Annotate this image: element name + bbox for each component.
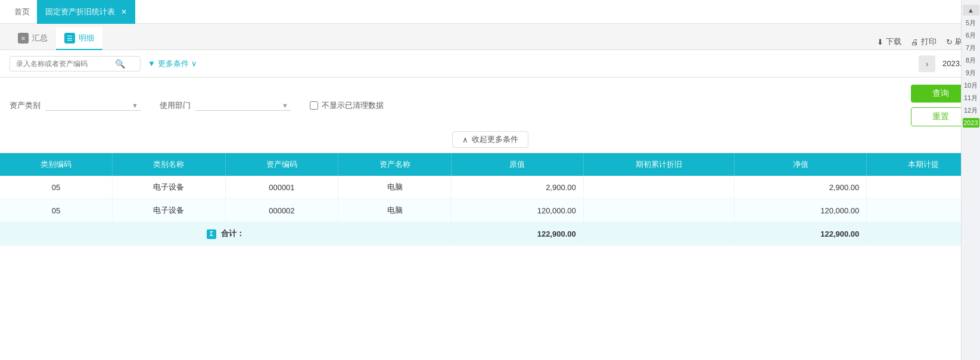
collapse-label: 收起更多条件 [472, 134, 518, 145]
cell-category-code: 05 [0, 176, 112, 199]
table-header-row: 类别编码 类别名称 资产编码 资产名称 原值 期初累计折旧 净值 本期计提 [0, 153, 980, 176]
asset-category-label: 资产类别 [10, 100, 41, 111]
asset-category-field: 资产类别 ▼ [10, 100, 141, 111]
print-button[interactable]: 🖨 打印 [911, 36, 937, 47]
month-item[interactable]: 8月 [963, 54, 979, 67]
cell-original-value: 120,000.00 [451, 199, 583, 222]
summary-tab-icon: ≡ [18, 33, 29, 44]
cell-asset-name: 电脑 [338, 176, 452, 199]
table-row: 05 电子设备 000001 电脑 2,900.00 2,900.00 [0, 176, 980, 199]
tab-summary[interactable]: ≡ 汇总 [10, 27, 56, 50]
month-item[interactable]: 11月 [963, 92, 979, 104]
more-filters-label: 更多条件 [158, 58, 189, 69]
total-accumulated-depreciation [583, 222, 735, 246]
nav-tab-close-icon[interactable]: ✕ [121, 8, 127, 16]
total-net-value: 122,900.00 [735, 222, 867, 246]
th-category-code: 类别编码 [0, 153, 112, 176]
month-item[interactable]: 10月 [963, 79, 979, 92]
nav-home[interactable]: 首页 [10, 7, 35, 17]
table-total-row: Σ 合计： 122,900.00 122,900.00 [0, 222, 980, 246]
more-filters-button[interactable]: ▼ 更多条件 ∨ [148, 58, 197, 69]
cell-asset-name: 电脑 [338, 199, 452, 222]
detail-tab-label: 明细 [79, 33, 94, 44]
cell-category-name: 电子设备 [112, 176, 225, 199]
print-label: 打印 [921, 36, 937, 47]
month-item[interactable]: 9月 [963, 67, 979, 79]
download-label: 下载 [886, 36, 901, 47]
panel-toggle-button[interactable]: › [919, 55, 935, 72]
cell-accumulated-depreciation [583, 176, 735, 199]
scroll-up-button[interactable]: ▲ [963, 5, 979, 15]
use-department-select[interactable]: ▼ [195, 101, 291, 111]
total-label-cell: Σ 合计： [0, 222, 451, 246]
th-asset-name: 资产名称 [338, 153, 452, 176]
collapse-bar: ∧ 收起更多条件 [10, 131, 970, 148]
right-side-panel: ▲ 5月6月7月8月9月10月11月12月 2023 [961, 0, 980, 360]
hide-cleared-checkbox[interactable] [310, 101, 318, 110]
chevron-right-icon: › [926, 59, 929, 69]
filter-bar: 🔍 ▼ 更多条件 ∨ › 2023.01 [0, 50, 980, 77]
month-item[interactable]: 12月 [963, 104, 979, 117]
tab-actions: ⬇ 下载 🖨 打印 ↻ 刷新 [877, 36, 970, 49]
filter-icon: ▼ [148, 59, 155, 68]
total-icon: Σ [207, 229, 216, 239]
cell-net-value: 2,900.00 [735, 176, 867, 199]
chevron-down-icon: ∨ [191, 59, 197, 68]
cell-category-code: 05 [0, 199, 112, 222]
total-label: 合计： [221, 229, 244, 238]
table-body: 05 电子设备 000001 电脑 2,900.00 2,900.00 05 电… [0, 176, 980, 246]
cell-original-value: 2,900.00 [451, 176, 583, 199]
th-category-name: 类别名称 [112, 153, 225, 176]
download-button[interactable]: ⬇ 下载 [877, 36, 901, 47]
th-accumulated-depreciation: 期初累计折旧 [583, 153, 735, 176]
asset-category-arrow-icon: ▼ [132, 102, 138, 109]
table-wrapper: 类别编码 类别名称 资产编码 资产名称 原值 期初累计折旧 净值 本期计提 05… [0, 153, 980, 360]
month-item[interactable]: 5月 [963, 17, 979, 29]
top-nav: 首页 固定资产折旧统计表 ✕ ✕ [0, 0, 980, 24]
cell-net-value: 120,000.00 [735, 199, 867, 222]
th-original-value: 原值 [451, 153, 583, 176]
month-list: 5月6月7月8月9月10月11月12月 [963, 17, 979, 117]
detail-tab-icon: ☰ [64, 33, 75, 44]
nav-active-tab[interactable]: 固定资产折旧统计表 ✕ [37, 0, 135, 24]
th-asset-code: 资产编码 [225, 153, 338, 176]
print-icon: 🖨 [911, 38, 919, 46]
cell-accumulated-depreciation [583, 199, 735, 222]
search-icon[interactable]: 🔍 [115, 59, 125, 69]
cell-category-name: 电子设备 [112, 199, 225, 222]
month-item[interactable]: 7月 [963, 42, 979, 54]
filter-row-1: 资产类别 ▼ 使用部门 ▼ 不显示已清理数据 查询 重置 [10, 85, 970, 126]
total-original-value: 122,900.00 [451, 222, 583, 246]
nav-tab-label: 固定资产折旧统计表 [45, 7, 115, 17]
month-item[interactable]: 6月 [963, 29, 979, 42]
search-input[interactable] [16, 60, 111, 68]
tab-detail[interactable]: ☰ 明细 [56, 27, 102, 50]
use-department-label: 使用部门 [160, 100, 191, 111]
hide-cleared-label: 不显示已清理数据 [322, 100, 384, 111]
year-badge: 2023 [963, 118, 979, 128]
use-department-arrow-icon: ▼ [282, 102, 288, 109]
th-net-value: 净值 [735, 153, 867, 176]
asset-table: 类别编码 类别名称 资产编码 资产名称 原值 期初累计折旧 净值 本期计提 05… [0, 153, 980, 246]
search-wrap: 🔍 [10, 56, 141, 72]
table-row: 05 电子设备 000002 电脑 120,000.00 120,000.00 [0, 199, 980, 222]
hide-cleared-field[interactable]: 不显示已清理数据 [310, 100, 384, 111]
cell-asset-code: 000001 [225, 176, 338, 199]
cell-asset-code: 000002 [225, 199, 338, 222]
use-department-field: 使用部门 ▼ [160, 100, 291, 111]
collapse-icon: ∧ [462, 135, 468, 144]
collapse-button[interactable]: ∧ 收起更多条件 [452, 131, 528, 148]
tab-bar: ≡ 汇总 ☰ 明细 ⬇ 下载 🖨 打印 ↻ 刷新 [0, 24, 980, 50]
advanced-filter-panel: 资产类别 ▼ 使用部门 ▼ 不显示已清理数据 查询 重置 ∧ 收起更多条件 [0, 77, 980, 153]
refresh-icon: ↻ [946, 38, 953, 46]
download-icon: ⬇ [877, 38, 883, 46]
summary-tab-label: 汇总 [32, 33, 48, 44]
asset-category-select[interactable]: ▼ [45, 101, 141, 111]
